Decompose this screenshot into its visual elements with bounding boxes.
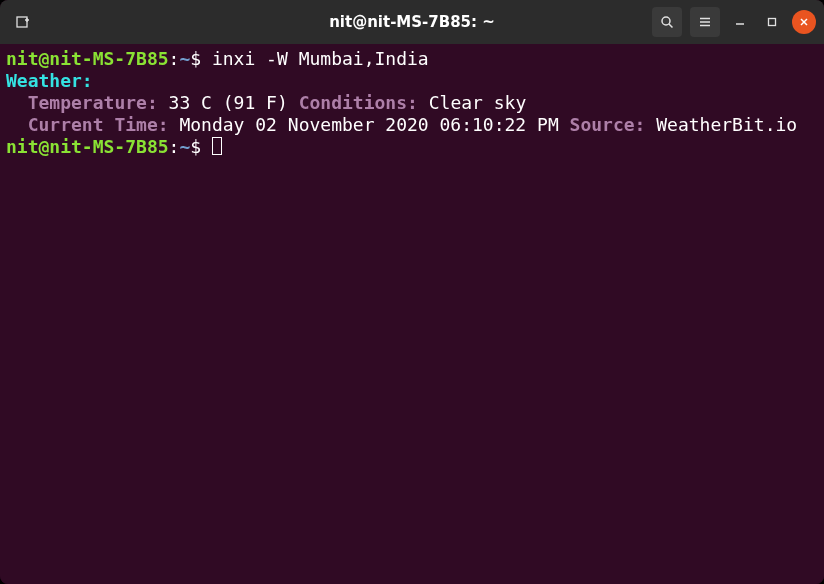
window-title: nit@nit-MS-7B85: ~ [329,13,495,31]
temperature-value: 33 C (91 F) [169,92,288,113]
close-icon [799,17,809,27]
weather-header: Weather: [6,70,93,91]
prompt-path-2: ~ [179,136,190,157]
new-tab-button[interactable] [8,7,38,37]
minimize-button[interactable] [728,10,752,34]
titlebar-right [652,7,816,37]
svg-point-3 [662,17,670,25]
search-button[interactable] [652,7,682,37]
terminal-body[interactable]: nit@nit-MS-7B85:~$ inxi -W Mumbai,India … [0,44,824,584]
current-time-value: Monday 02 November 2020 06:10:22 PM [179,114,558,135]
svg-rect-0 [17,17,27,27]
prompt-symbol-2: $ [190,136,201,157]
search-icon [660,15,674,29]
svg-line-4 [669,24,673,28]
command-text: inxi -W Mumbai,India [201,48,429,69]
prompt-user-host: nit@nit-MS-7B85 [6,48,169,69]
conditions-value: Clear sky [429,92,527,113]
temperature-label: Temperature: [28,92,158,113]
conditions-label: Conditions: [299,92,418,113]
prompt-symbol: $ [190,48,201,69]
cursor [212,137,222,155]
terminal-window: nit@nit-MS-7B85: ~ [0,0,824,584]
prompt-user-host-2: nit@nit-MS-7B85 [6,136,169,157]
current-time-label: Current Time: [28,114,169,135]
menu-button[interactable] [690,7,720,37]
prompt-separator: : [169,48,180,69]
source-label: Source: [570,114,646,135]
hamburger-icon [698,15,712,29]
titlebar: nit@nit-MS-7B85: ~ [0,0,824,44]
prompt-separator-2: : [169,136,180,157]
minimize-icon [735,17,745,27]
maximize-button[interactable] [760,10,784,34]
close-button[interactable] [792,10,816,34]
svg-rect-9 [769,19,776,26]
prompt-path: ~ [179,48,190,69]
maximize-icon [767,17,777,27]
source-value: WeatherBit.io [656,114,797,135]
titlebar-left [8,7,38,37]
new-tab-icon [15,14,31,30]
